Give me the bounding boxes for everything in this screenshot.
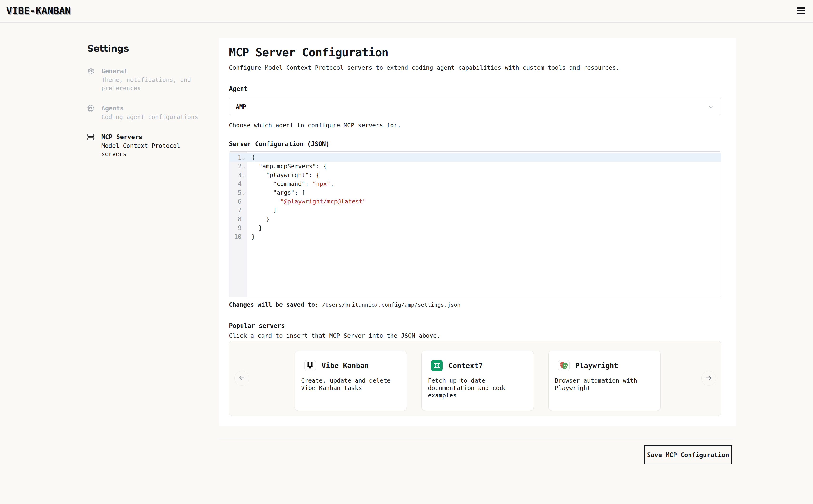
fold-chevron-icon	[242, 210, 246, 211]
mcp-config-panel: MCP Server Configuration Configure Model…	[219, 38, 736, 426]
code-text: "amp.mcpServers": {	[247, 163, 327, 170]
settings-sidebar: Settings General Theme, notifications, a…	[87, 43, 206, 158]
agent-label: Agent	[229, 85, 248, 92]
fold-chevron-icon[interactable]: ⌄	[242, 173, 246, 178]
code-text: }	[247, 233, 255, 240]
sidebar-item-description: Theme, notifications, and preferences	[101, 76, 201, 92]
carousel-next-button[interactable]	[701, 371, 716, 386]
json-editor[interactable]: 1⌄{2⌄ "amp.mcpServers": {3⌄ "playwright"…	[229, 151, 721, 297]
footer-divider	[219, 438, 733, 438]
line-number: 7	[229, 207, 247, 214]
sidebar-item-general[interactable]: General Theme, notifications, and prefer…	[87, 67, 206, 92]
code-line[interactable]: 4 "command": "npx",	[229, 179, 721, 188]
agent-select-value: AMP	[236, 104, 246, 110]
context7-logo-icon	[431, 360, 443, 371]
sidebar-title: Settings	[87, 43, 206, 54]
sidebar-item-description: Coding agent configurations	[101, 113, 198, 121]
server-card-context7[interactable]: Context7 Fetch up-to-date documentation …	[421, 351, 534, 411]
server-card-description: Browser automation with Playwright	[555, 377, 656, 392]
code-text: }	[247, 224, 262, 231]
code-line[interactable]: 3⌄ "playwright": {	[229, 171, 721, 179]
line-number: 8	[229, 216, 247, 223]
code-text: "command": "npx",	[247, 180, 334, 187]
sidebar-item-label: General	[101, 67, 201, 75]
code-line[interactable]: 9 }	[229, 223, 721, 232]
code-text: "args": [	[247, 189, 305, 196]
server-card-vibe-kanban[interactable]: Vibe Kanban Create, update and delete Vi…	[295, 351, 407, 411]
code-line[interactable]: 6 "@playwright/mcp@latest"	[229, 197, 721, 206]
code-line[interactable]: 2⌄ "amp.mcpServers": {	[229, 162, 721, 171]
line-number: 10	[229, 233, 247, 240]
fold-chevron-icon	[242, 236, 246, 237]
top-header: VIBE-KANBAN	[0, 0, 813, 23]
line-number: 6	[229, 198, 247, 205]
fold-chevron-icon[interactable]: ⌄	[242, 155, 246, 160]
line-number: 3⌄	[229, 172, 247, 179]
line-number: 5⌄	[229, 189, 247, 196]
sidebar-item-description: Model Context Protocol servers	[101, 142, 192, 158]
code-line[interactable]: 7 ]	[229, 206, 721, 215]
server-card-playwright[interactable]: Playwright Browser automation with Playw…	[548, 351, 661, 411]
page-title: MCP Server Configuration	[229, 46, 388, 59]
line-number: 1⌄	[229, 154, 247, 161]
fold-chevron-icon	[242, 218, 246, 220]
line-number: 9	[229, 224, 247, 232]
code-text: }	[247, 216, 269, 222]
sidebar-item-agents[interactable]: Agents Coding agent configurations	[87, 104, 206, 121]
code-line[interactable]: 5⌄ "args": [	[229, 188, 721, 197]
page-subtitle: Configure Model Context Protocol servers…	[229, 64, 620, 71]
line-number: 2⌄	[229, 163, 247, 170]
saved-to-label: Changes will be saved to:	[229, 301, 322, 308]
saved-to-path: /Users/britannio/.config/amp/settings.js…	[322, 302, 461, 308]
line-number: 4	[229, 180, 247, 188]
json-config-label: Server Configuration (JSON)	[229, 140, 330, 148]
sidebar-item-label: MCP Servers	[101, 133, 192, 141]
arrow-left-icon	[238, 374, 246, 383]
saved-to-line: Changes will be saved to: /Users/britann…	[229, 301, 461, 308]
chevron-down-icon	[708, 104, 714, 110]
hamburger-menu-icon[interactable]	[796, 7, 806, 15]
carousel-prev-button[interactable]	[234, 371, 249, 386]
popular-servers-title: Popular servers	[229, 322, 285, 329]
server-card-title: Playwright	[575, 361, 618, 370]
code-text: ]	[247, 207, 277, 214]
popular-servers-hint: Click a card to insert that MCP Server i…	[229, 332, 440, 339]
code-line[interactable]: 10}	[229, 232, 721, 241]
save-mcp-configuration-button[interactable]: Save MCP Configuration	[644, 445, 732, 464]
server-card-description: Create, update and delete Vibe Kanban ta…	[301, 377, 402, 392]
agent-help-text: Choose which agent to configure MCP serv…	[229, 122, 401, 129]
vibe-kanban-logo-icon	[304, 360, 316, 371]
popular-servers-carousel: Vibe Kanban Create, update and delete Vi…	[229, 341, 721, 416]
code-line[interactable]: 1⌄{	[229, 153, 721, 162]
gear-icon	[87, 67, 95, 92]
cpu-icon	[87, 104, 95, 121]
server-icon	[87, 133, 95, 158]
fold-chevron-icon[interactable]: ⌄	[242, 164, 246, 169]
code-text: {	[247, 154, 255, 161]
code-text: "@playwright/mcp@latest"	[247, 198, 366, 205]
server-card-title: Vibe Kanban	[322, 361, 369, 370]
server-card-title: Context7	[448, 361, 483, 370]
sidebar-item-mcp-servers[interactable]: MCP Servers Model Context Protocol serve…	[87, 133, 206, 158]
fold-chevron-icon	[242, 227, 246, 229]
playwright-masks-icon	[558, 360, 570, 371]
fold-chevron-icon[interactable]: ⌄	[242, 190, 246, 195]
app-logo[interactable]: VIBE-KANBAN	[6, 5, 71, 16]
code-line[interactable]: 8 }	[229, 215, 721, 223]
fold-chevron-icon	[242, 201, 246, 202]
server-card-description: Fetch up-to-date documentation and code …	[428, 377, 529, 399]
arrow-right-icon	[705, 374, 713, 383]
agent-select[interactable]: AMP	[229, 98, 721, 116]
sidebar-item-label: Agents	[101, 104, 198, 112]
code-text: "playwright": {	[247, 172, 320, 178]
fold-chevron-icon	[242, 183, 246, 185]
